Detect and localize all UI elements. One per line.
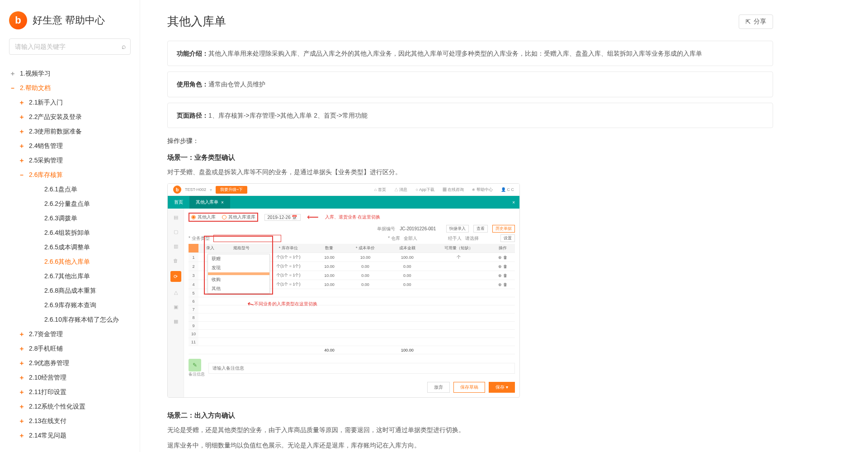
share-button[interactable]: ⇱分享 <box>739 14 773 29</box>
page-title: 其他入库单 <box>167 14 226 29</box>
nav-2-14[interactable]: ＋2.14常见问题 <box>18 428 131 442</box>
save-button[interactable]: 保存 ▾ <box>489 382 515 393</box>
upgrade-button[interactable]: 我要升级~下 <box>216 186 247 194</box>
tab-close-all[interactable]: × <box>508 200 519 205</box>
nav-2-6-2[interactable]: 2.6.2分量盘点单 <box>44 196 131 211</box>
mini-logo-icon: b <box>173 186 181 194</box>
biz-type-select[interactable] <box>213 235 281 242</box>
nav-2-3[interactable]: ＋2.3使用前数据准备 <box>18 124 131 138</box>
tab-home[interactable]: 首页 <box>168 196 189 209</box>
nav-2-6-8[interactable]: 2.6.8商品成本重算 <box>44 283 131 298</box>
share-icon: ⇱ <box>745 18 751 25</box>
rail-icon[interactable]: ⟳ <box>170 271 181 282</box>
nav-2-9[interactable]: ＋2.9优惠券管理 <box>18 356 131 370</box>
rail-icon[interactable]: ▤ <box>172 213 180 221</box>
scenario-1-heading: 场景一：业务类型确认 <box>167 153 773 162</box>
date-field[interactable]: 2019-12-26 📅 <box>264 214 301 221</box>
nav-2-6[interactable]: －2.6库存核算 <box>18 167 131 182</box>
scenario-2-p1: 无论是受赠，还是其他类型的业务，由于入库商品质量等原因，需要退回，这时可通过单据… <box>167 424 773 436</box>
nav-2-6-4[interactable]: 2.6.4组装拆卸单 <box>44 225 131 240</box>
close-icon[interactable]: × <box>221 200 224 205</box>
nav-2-6-10[interactable]: 2.6.10库存账本错了怎么办 <box>44 312 131 327</box>
nav-2-10[interactable]: ＋2.10经营管理 <box>18 370 131 385</box>
discard-button[interactable]: 放弃 <box>427 382 450 393</box>
rail-icon[interactable]: ▦ <box>172 317 180 325</box>
shot-env: TEST-H002 <box>185 187 206 192</box>
avatar[interactable]: 👤 C C <box>501 187 514 192</box>
brand: b 好生意 帮助中心 <box>9 11 131 29</box>
nav-2-12[interactable]: ＋2.12系统个性化设置 <box>18 399 131 414</box>
nav-help-docs[interactable]: －2.帮助文档 <box>9 81 131 95</box>
role-box: 使用角色：通常由仓管人员维护 <box>167 71 773 97</box>
nav-video[interactable]: ＋1.视频学习 <box>9 66 131 81</box>
dropdown-option[interactable]: 获赠 <box>208 254 269 263</box>
biz-type-dropdown: 获赠 发现 收购 其他 <box>208 254 270 294</box>
top-home[interactable]: ⌂ 首页 <box>374 187 386 193</box>
path-box: 页面路径：1、库存核算->库存管理->其他入库单 2、首页->常用功能 <box>167 103 773 128</box>
scenario-2-heading: 场景二：出入方向确认 <box>167 411 773 420</box>
nav-2-6-3[interactable]: 2.6.3调拨单 <box>44 211 131 225</box>
screenshot-1: b TEST-H002 ▾ 我要升级~下 ⌂ 首页 △ 消息 ○ App下载 ☰… <box>167 183 520 398</box>
nav-2-5[interactable]: ＋2.5采购管理 <box>18 153 131 167</box>
view-button[interactable]: 查看 <box>473 225 488 233</box>
nav-2-6-7[interactable]: 2.6.7其他出库单 <box>44 269 131 283</box>
intro-box: 功能介绍：其他入库单用来处理除采购入库、产成品入库之外的其他入库业务，因此其他入… <box>167 41 773 66</box>
nav-tree: ＋1.视频学习 －2.帮助文档 ＋2.1新手入门 ＋2.2产品安装及登录 ＋2.… <box>9 66 131 442</box>
top-help[interactable]: ⊕ 帮助中心 <box>472 187 493 193</box>
brand-title: 好生意 帮助中心 <box>33 14 105 27</box>
rail-icon[interactable]: ▢ <box>172 228 180 236</box>
dropdown-option[interactable]: 收购 <box>208 275 269 284</box>
rail-icon[interactable]: ▥ <box>172 242 180 250</box>
memo-input[interactable] <box>208 363 515 374</box>
nav-2-6-1[interactable]: 2.6.1盘点单 <box>44 182 131 196</box>
search-input[interactable] <box>9 38 131 55</box>
nav-2-7[interactable]: ＋2.7资金管理 <box>18 327 131 341</box>
scenario-1-text: 对于受赠、盘盈或是拆装入库等不同的业务，是通过单据头【业务类型】进行区分。 <box>167 167 773 178</box>
top-alert[interactable]: △ 消息 <box>394 187 408 193</box>
top-ask[interactable]: ☰ 在线咨询 <box>443 187 464 193</box>
memo-icon: ✎ <box>189 359 201 371</box>
nav-2-6-6[interactable]: 2.6.6其他入库单 <box>44 254 131 269</box>
history-button[interactable]: 历史单据 <box>492 225 515 233</box>
nav-2-2[interactable]: ＋2.2产品安装及登录 <box>18 109 131 124</box>
settings-button[interactable]: 设置 <box>500 234 515 242</box>
nav-2-6-9[interactable]: 2.6.9库存账本查询 <box>44 298 131 312</box>
rail-icon[interactable]: 🗑 <box>172 257 180 265</box>
logo-icon: b <box>9 11 27 29</box>
rail-icon[interactable]: ▣ <box>172 303 180 311</box>
nav-2-13[interactable]: ＋2.13在线支付 <box>18 414 131 428</box>
sidebar: b 好生意 帮助中心 ⌕ ＋1.视频学习 －2.帮助文档 ＋2.1新手入门 ＋2… <box>0 0 140 452</box>
rail-icon[interactable]: △ <box>172 288 180 296</box>
tab-doc[interactable]: 其他入库单× <box>189 196 230 209</box>
dropdown-option[interactable]: 发现 <box>208 263 269 272</box>
search-box: ⌕ <box>9 38 131 55</box>
fast-entry-button[interactable]: 快捷录入 <box>446 225 469 233</box>
hint-1: 入库、退货业务 在这里切换 <box>325 214 381 220</box>
dropdown-option[interactable]: 其他 <box>208 284 269 293</box>
nav-2-11[interactable]: ＋2.11打印设置 <box>18 385 131 399</box>
steps-label: 操作步骤： <box>167 137 773 145</box>
hint-2: 不同业务的入库类型在这里切换 <box>254 301 317 307</box>
scenario-2-p2: 退库业务中，明细数量均以负值红色展示。无论是入库还是退库，库存账均记在入库方向。 <box>167 440 773 451</box>
top-app[interactable]: ○ App下载 <box>415 187 434 193</box>
content: 其他入库单 ⇱分享 功能介绍：其他入库单用来处理除采购入库、产成品入库之外的其他… <box>140 0 800 452</box>
nav-2-4[interactable]: ＋2.4销售管理 <box>18 138 131 153</box>
save-draft-button[interactable]: 保存草稿 <box>453 382 485 393</box>
nav-2-1[interactable]: ＋2.1新手入门 <box>18 95 131 109</box>
nav-2-8[interactable]: ＋2.8手机旺铺 <box>18 341 131 356</box>
nav-2-6-5[interactable]: 2.6.5成本调整单 <box>44 240 131 254</box>
search-icon[interactable]: ⌕ <box>122 43 126 51</box>
